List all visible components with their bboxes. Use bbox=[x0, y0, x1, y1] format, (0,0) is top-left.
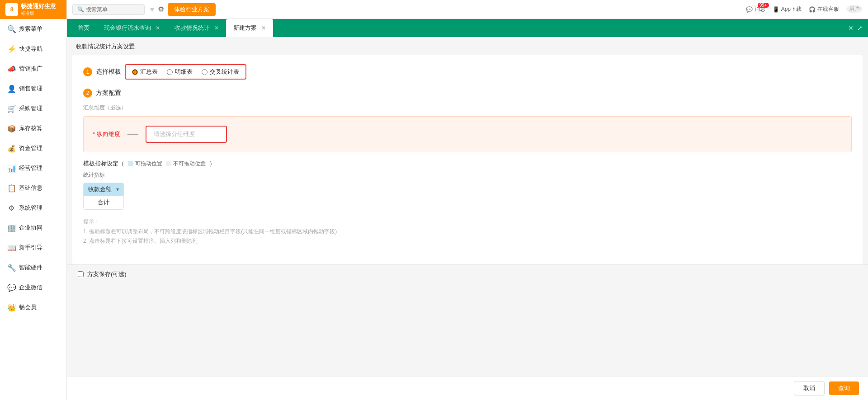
message-btn[interactable]: 💬 消息 99+ bbox=[746, 5, 765, 13]
query-button[interactable]: 查询 bbox=[829, 381, 859, 395]
main-card: 1 选择模板 汇总表 明细表 交叉统计表 bbox=[72, 55, 863, 264]
sidebar-icon-14: 👑 bbox=[7, 303, 15, 312]
sidebar-item-4[interactable]: 🛒 采购管理 bbox=[0, 99, 66, 118]
radio-detail-input[interactable] bbox=[167, 69, 173, 75]
sidebar-item-9[interactable]: ⚙ 系统管理 bbox=[0, 198, 66, 218]
tab-cashflow-close[interactable]: ✕ bbox=[156, 25, 160, 31]
save-label[interactable]: 方案保存(可选) bbox=[87, 270, 127, 278]
sidebar-label-9: 系统管理 bbox=[19, 204, 59, 212]
download-btn[interactable]: 📱 App下载 bbox=[773, 5, 802, 13]
sidebar-icon-2: 📣 bbox=[7, 65, 15, 73]
sidebar-label-5: 库存核算 bbox=[19, 124, 59, 132]
sidebar-icon-12: 🔧 bbox=[7, 264, 15, 272]
stat-box-header[interactable]: 收款金额 ▾ bbox=[84, 183, 123, 196]
save-checkbox[interactable] bbox=[78, 271, 84, 277]
sidebar-item-12[interactable]: 🔧 智能硬件 bbox=[0, 258, 66, 278]
tab-new-plan-label: 新建方案 bbox=[233, 24, 257, 32]
sidebar-icon-10: 🏢 bbox=[7, 224, 15, 232]
stat-indicators-col: 统计指标 收款金额 ▾ 合计 bbox=[83, 171, 124, 210]
logo-icon: 8 bbox=[5, 3, 18, 16]
search-input[interactable] bbox=[86, 6, 140, 13]
page-title: 收款情况统计方案设置 bbox=[67, 42, 868, 55]
step1-header: 1 选择模板 汇总表 明细表 交叉统计表 bbox=[83, 64, 852, 80]
tab-bar: 首页 现金银行流水查询 ✕ 收款情况统计 ✕ 新建方案 ✕ ✕ ⤢ bbox=[67, 19, 868, 37]
tab-cashflow[interactable]: 现金银行流水查询 ✕ bbox=[97, 19, 167, 37]
vertical-dim-row: * 纵向维度 —— 请选择分组维度 bbox=[93, 126, 842, 143]
radio-cross-input[interactable] bbox=[202, 69, 208, 75]
window-buttons: ✕ ⤢ bbox=[848, 24, 863, 32]
step2-num: 2 bbox=[83, 89, 92, 98]
sidebar-item-10[interactable]: 🏢 企业协同 bbox=[0, 218, 66, 238]
user-menu[interactable]: 用户 bbox=[846, 5, 863, 13]
sidebar-item-0[interactable]: 🔍 搜索菜单 bbox=[0, 19, 66, 39]
template-radio-group: 汇总表 明细表 交叉统计表 bbox=[125, 64, 246, 80]
search-icon: 🔍 bbox=[77, 6, 84, 13]
chevron-down-icon[interactable]: ▾ bbox=[150, 5, 154, 14]
footer-section: 方案保存(可选) bbox=[67, 264, 868, 284]
legend-no-drag: 不可拖动位置 bbox=[166, 160, 206, 168]
drag-dot bbox=[128, 161, 133, 166]
maximize-window-icon[interactable]: ⤢ bbox=[857, 24, 863, 32]
step2-header: 2 方案配置 bbox=[83, 89, 852, 98]
gear-icon[interactable]: ⚙ bbox=[158, 5, 164, 14]
sidebar-icon-9: ⚙ bbox=[7, 204, 15, 212]
dim-select[interactable]: 请选择分组维度 bbox=[146, 126, 227, 143]
sidebar-label-8: 基础信息 bbox=[19, 184, 59, 192]
dim-arrow: —— bbox=[127, 131, 138, 137]
sidebar-icon-1: ⚡ bbox=[7, 45, 15, 53]
stat-box-total: 合计 bbox=[84, 196, 123, 209]
header-actions: 💬 消息 99+ 📱 App下载 🎧 在线客服 用户 bbox=[746, 5, 863, 13]
sidebar: 8 畅捷通好生意 标准版 🔍 搜索菜单 ⚡ 快捷导航 📣 营销推广 👤 销售管理… bbox=[0, 0, 67, 400]
tab-collections[interactable]: 收款情况统计 ✕ bbox=[167, 19, 226, 37]
legend-drag: 可拖动位置 bbox=[128, 160, 162, 168]
sidebar-item-3[interactable]: 👤 销售管理 bbox=[0, 79, 66, 99]
message-icon: 💬 bbox=[746, 6, 753, 13]
sidebar-label-12: 智能硬件 bbox=[19, 264, 59, 272]
sidebar-icon-11: 📖 bbox=[7, 244, 15, 252]
indicators-grid: 统计指标 收款金额 ▾ 合计 bbox=[83, 171, 852, 210]
sidebar-label-6: 资金管理 bbox=[19, 144, 59, 152]
tab-home[interactable]: 首页 bbox=[71, 19, 97, 37]
tip1: 1. 拖动标题栏可以调整布局，不可跨维度或指标区域拖动栏目字段(只能在同一维度或… bbox=[83, 227, 852, 237]
sidebar-label-1: 快捷导航 bbox=[19, 45, 59, 53]
sidebar-icon-8: 📋 bbox=[7, 184, 15, 193]
sidebar-label-7: 经营管理 bbox=[19, 164, 59, 172]
header-search[interactable]: 🔍 bbox=[72, 4, 145, 15]
sidebar-icon-4: 🛒 bbox=[7, 104, 15, 113]
trial-button[interactable]: 体验行业方案 bbox=[168, 3, 216, 16]
sidebar-label-10: 企业协同 bbox=[19, 224, 59, 232]
headset-icon: 🎧 bbox=[809, 6, 816, 13]
sidebar-icon-0: 🔍 bbox=[7, 25, 15, 33]
tab-new-plan-close[interactable]: ✕ bbox=[261, 25, 266, 31]
sidebar-logo: 8 畅捷通好生意 标准版 bbox=[0, 0, 66, 19]
tips-area: 提示： 1. 拖动标题栏可以调整布局，不可跨维度或指标区域拖动栏目字段(只能在同… bbox=[83, 217, 852, 246]
service-btn[interactable]: 🎧 在线客服 bbox=[809, 5, 839, 13]
tab-cashflow-label: 现金银行流水查询 bbox=[104, 24, 151, 32]
sidebar-item-1[interactable]: ⚡ 快捷导航 bbox=[0, 39, 66, 59]
tab-home-label: 首页 bbox=[78, 24, 90, 32]
stat-chevron-icon: ▾ bbox=[116, 186, 119, 193]
tip2: 2. 点击标题栏下拉可设置排序、插入列和删除列 bbox=[83, 236, 852, 246]
step1-num: 1 bbox=[83, 67, 92, 76]
tab-new-plan[interactable]: 新建方案 ✕ bbox=[226, 19, 273, 37]
radio-cross-label: 交叉统计表 bbox=[210, 68, 239, 76]
radio-cross[interactable]: 交叉统计表 bbox=[202, 68, 239, 76]
sidebar-item-5[interactable]: 📦 库存核算 bbox=[0, 118, 66, 138]
close-window-icon[interactable]: ✕ bbox=[848, 24, 854, 32]
radio-summary-label: 汇总表 bbox=[140, 68, 158, 76]
tab-collections-close[interactable]: ✕ bbox=[214, 25, 219, 31]
sidebar-item-7[interactable]: 📊 经营管理 bbox=[0, 158, 66, 178]
sidebar-item-11[interactable]: 📖 新手引导 bbox=[0, 238, 66, 258]
radio-summary-input[interactable] bbox=[132, 69, 138, 75]
sidebar-item-6[interactable]: 💰 资金管理 bbox=[0, 138, 66, 158]
radio-detail[interactable]: 明细表 bbox=[167, 68, 193, 76]
sidebar-item-13[interactable]: 💬 企业微信 bbox=[0, 278, 66, 297]
sidebar-item-14[interactable]: 👑 畅会员 bbox=[0, 297, 66, 317]
content-area: 收款情况统计方案设置 1 选择模板 汇总表 明细表 bbox=[67, 37, 868, 376]
message-badge: 99+ bbox=[758, 3, 769, 8]
sidebar-item-2[interactable]: 📣 营销推广 bbox=[0, 59, 66, 79]
radio-summary[interactable]: 汇总表 bbox=[132, 68, 158, 76]
sidebar-item-8[interactable]: 📋 基础信息 bbox=[0, 178, 66, 198]
brand-name: 畅捷通好生意 bbox=[21, 2, 56, 10]
cancel-button[interactable]: 取消 bbox=[794, 381, 825, 395]
